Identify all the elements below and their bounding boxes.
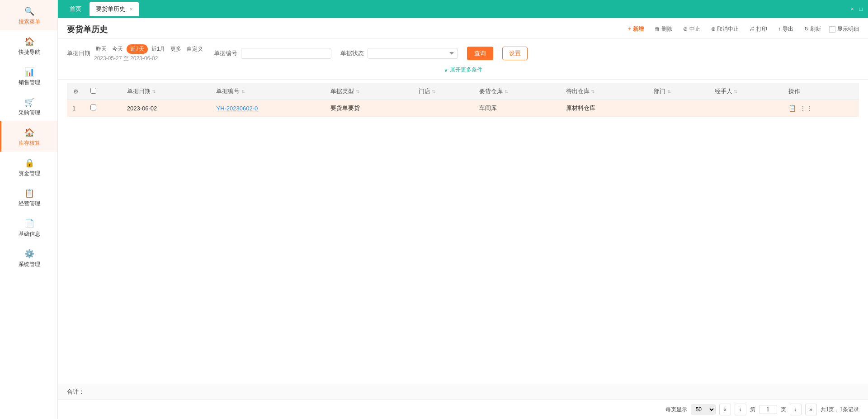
- tab-requisition-history[interactable]: 要货单历史×: [90, 2, 139, 16]
- table-area: ⚙ 单据日期 ⇅ 单据编号 ⇅ 单据类型 ⇅ 门店 ⇅ 要货仓库 ⇅ 待出仓库 …: [58, 80, 868, 384]
- setting-button[interactable]: 设置: [502, 47, 528, 60]
- date-btn-7days[interactable]: 近7天: [127, 44, 148, 54]
- cell-req-warehouse: 车间库: [474, 100, 560, 117]
- th-store[interactable]: 门店 ⇅: [413, 83, 474, 100]
- new-button[interactable]: + 新增: [626, 24, 646, 35]
- cell-doc-no[interactable]: YH-20230602-0: [211, 100, 325, 117]
- doc-no-filter-group: 单据编号: [214, 48, 331, 59]
- date-btn-yesterday[interactable]: 昨天: [94, 44, 108, 54]
- prev-page-button[interactable]: ‹: [735, 404, 746, 415]
- sidebar-item-search-menu[interactable]: 🔍搜索菜单: [0, 0, 57, 30]
- th-req-warehouse[interactable]: 要货仓库 ⇅: [474, 83, 560, 100]
- status-label: 单据状态: [340, 49, 364, 57]
- filter-area: 单据日期 昨天 今天 近7天 近1月 更多 自定义 2023-05-27 至 2…: [58, 39, 868, 80]
- main-area: 首页要货单历史××□ 要货单历史 + 新增 🗑 删除 ⊘ 中止 ⊗ 取消中止 🖨…: [58, 0, 868, 419]
- operations-icon: 📋: [24, 188, 34, 198]
- show-detail-checkbox[interactable]: [829, 26, 835, 33]
- th-doc-type[interactable]: 单据类型 ⇅: [325, 83, 413, 100]
- cell-date: 2023-06-02: [122, 100, 211, 117]
- status-filter-group: 单据状态: [340, 48, 458, 59]
- th-department[interactable]: 部门 ⇅: [648, 83, 709, 100]
- row-checkbox[interactable]: [90, 105, 96, 110]
- pagination-bar: 每页显示 50 100 200 « ‹ 第 页 › » 共1页，1条记录: [58, 400, 868, 419]
- window-close-icon[interactable]: ×: [851, 6, 854, 12]
- sidebar-item-basics[interactable]: 📄基础信息: [0, 212, 57, 243]
- action-more-icon[interactable]: ⋮⋮: [800, 105, 812, 112]
- tab-home[interactable]: 首页: [63, 2, 88, 16]
- purchase-icon: 🛒: [24, 97, 34, 107]
- query-button[interactable]: 查询: [467, 47, 493, 60]
- last-page-button[interactable]: »: [805, 404, 817, 415]
- system-icon: ⚙️: [24, 249, 34, 259]
- sidebar-label: 采购管理: [19, 109, 40, 117]
- date-filter-buttons: 昨天 今天 近7天 近1月 更多 自定义: [94, 44, 205, 54]
- action-edit-icon[interactable]: 📋: [788, 105, 796, 112]
- page-header: 要货单历史 + 新增 🗑 删除 ⊘ 中止 ⊗ 取消中止 🖨 打印 ↑ 导出 ↻ …: [58, 18, 868, 39]
- data-table: ⚙ 单据日期 ⇅ 单据编号 ⇅ 单据类型 ⇅ 门店 ⇅ 要货仓库 ⇅ 待出仓库 …: [67, 83, 859, 117]
- content-area: 要货单历史 + 新增 🗑 删除 ⊘ 中止 ⊗ 取消中止 🖨 打印 ↑ 导出 ↻ …: [58, 18, 868, 419]
- sidebar-item-inventory[interactable]: 🏠库存核算: [0, 121, 57, 152]
- stop-button[interactable]: ⊘ 中止: [680, 24, 703, 35]
- tab-label: 首页: [70, 5, 81, 13]
- export-button[interactable]: ↑ 导出: [775, 24, 796, 35]
- expand-more-button[interactable]: ∨ 展开更多条件: [67, 64, 859, 76]
- th-date[interactable]: 单据日期 ⇅: [122, 83, 211, 100]
- quick-nav-icon: 🏠: [24, 37, 34, 47]
- delete-button[interactable]: 🗑 删除: [652, 24, 675, 35]
- date-btn-1month[interactable]: 近1月: [150, 44, 167, 54]
- th-handler[interactable]: 经手人 ⇅: [709, 83, 783, 100]
- show-detail-label: 显示明细: [837, 25, 859, 33]
- page-title: 要货单历史: [67, 24, 108, 35]
- sidebar-item-operations[interactable]: 📋经营管理: [0, 182, 57, 212]
- sales-icon: 📊: [24, 67, 34, 77]
- page-number-input[interactable]: [759, 405, 777, 414]
- page-size-select[interactable]: 50 100 200: [691, 405, 716, 414]
- sidebar-item-sales[interactable]: 📊销售管理: [0, 61, 57, 91]
- tab-close-icon[interactable]: ×: [130, 6, 132, 12]
- th-doc-no[interactable]: 单据编号 ⇅: [211, 83, 325, 100]
- status-select[interactable]: [368, 48, 458, 59]
- date-btn-more[interactable]: 更多: [169, 44, 183, 54]
- tab-label: 要货单历史: [96, 5, 125, 13]
- first-page-button[interactable]: «: [719, 404, 731, 415]
- date-range-display: 2023-05-27 至 2023-06-02: [94, 55, 205, 62]
- sidebar-item-purchase[interactable]: 🛒采购管理: [0, 91, 57, 121]
- total-info: 共1页，1条记录: [821, 406, 859, 414]
- th-settings[interactable]: ⚙: [67, 83, 85, 100]
- finance-icon: 🔒: [24, 158, 34, 168]
- print-button[interactable]: 🖨 打印: [747, 24, 770, 35]
- next-page-button[interactable]: ›: [790, 404, 802, 415]
- doc-no-label: 单据编号: [214, 49, 237, 57]
- cell-index: 1: [67, 100, 85, 117]
- topbar-right: ×□: [851, 6, 863, 12]
- th-pending-warehouse[interactable]: 待出仓库 ⇅: [561, 83, 648, 100]
- table-footer: 合计：: [58, 384, 868, 400]
- date-filter-group: 单据日期 昨天 今天 近7天 近1月 更多 自定义 2023-05-27 至 2…: [67, 44, 205, 62]
- inventory-icon: 🏠: [24, 128, 34, 138]
- sidebar-label: 经营管理: [19, 200, 40, 208]
- sidebar-label: 库存核算: [19, 139, 40, 147]
- cell-store: [413, 100, 474, 117]
- cell-checkbox: [85, 100, 122, 117]
- cell-doc-type: 要货单要货: [325, 100, 413, 117]
- sidebar-item-quick-nav[interactable]: 🏠快捷导航: [0, 30, 57, 61]
- date-btn-custom[interactable]: 自定义: [185, 44, 205, 54]
- sidebar-item-system[interactable]: ⚙️系统管理: [0, 243, 57, 273]
- refresh-button[interactable]: ↻ 刷新: [802, 24, 824, 35]
- date-filter-label: 单据日期: [67, 49, 90, 57]
- cancel-stop-button[interactable]: ⊗ 取消中止: [708, 24, 741, 35]
- sidebar-label: 搜索菜单: [19, 18, 40, 26]
- sidebar-item-finance[interactable]: 🔒资金管理: [0, 152, 57, 182]
- sidebar-label: 资金管理: [19, 170, 40, 177]
- show-detail-toggle[interactable]: 显示明细: [829, 25, 859, 33]
- sidebar-label: 系统管理: [19, 261, 40, 268]
- cell-handler: [709, 100, 783, 117]
- cell-pending-warehouse: 原材料仓库: [561, 100, 648, 117]
- select-all-checkbox[interactable]: [90, 88, 96, 94]
- doc-no-input[interactable]: [241, 48, 331, 59]
- expand-label: 展开更多条件: [450, 66, 482, 74]
- table-body: 1 2023-06-02 YH-20230602-0 要货单要货 车间库 原材料…: [67, 100, 859, 117]
- window-maximize-icon[interactable]: □: [859, 6, 863, 12]
- date-btn-today[interactable]: 今天: [110, 44, 125, 54]
- basics-icon: 📄: [24, 219, 34, 229]
